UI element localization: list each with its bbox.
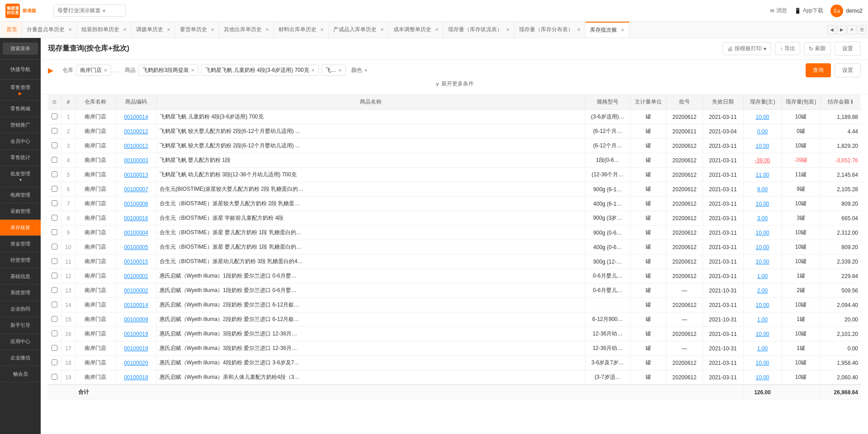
settings-btn[interactable]: 设置 xyxy=(835,63,861,77)
sidebar-item-operations[interactable]: 经营管理 xyxy=(0,252,41,269)
tab-split[interactable]: 分量盘点单历史 ✕ xyxy=(22,22,77,38)
td-stock-main[interactable]: 10.00 xyxy=(743,226,782,240)
td-code[interactable]: 00100003 xyxy=(116,153,156,168)
tab-stock-dist[interactable]: 现存量（库存分布表） ✕ xyxy=(514,22,585,38)
td-checkbox[interactable] xyxy=(48,124,61,139)
td-stock-main[interactable]: 11.00 xyxy=(743,168,782,182)
row-checkbox[interactable] xyxy=(52,330,57,336)
td-stock-main[interactable]: 10.00 xyxy=(743,327,782,341)
td-checkbox[interactable] xyxy=(48,255,61,269)
sidebar-item-cooperation[interactable]: 企业协同 xyxy=(0,301,41,317)
expand-conditions-button[interactable]: ∨ 展开更多条件 xyxy=(435,80,474,88)
td-checkbox[interactable] xyxy=(48,298,61,312)
td-code[interactable]: 00100014 xyxy=(116,110,156,124)
td-code[interactable]: 00100016 xyxy=(116,211,156,226)
sidebar-item-app-center[interactable]: 应用中心 xyxy=(0,334,41,350)
row-checkbox[interactable] xyxy=(52,316,57,322)
tab-product-in[interactable]: 产成品入库单历史 ✕ xyxy=(329,22,389,38)
row-checkbox[interactable] xyxy=(52,273,57,278)
tab-close-icon[interactable]: ✕ xyxy=(380,27,384,32)
td-checkbox[interactable] xyxy=(48,110,61,124)
td-code[interactable]: 00100014 xyxy=(116,298,156,312)
sidebar-item-basic[interactable]: 基础信息 xyxy=(0,269,41,285)
row-checkbox[interactable] xyxy=(52,171,57,177)
td-code[interactable]: 00100019 xyxy=(116,327,156,341)
sidebar-item-retail-shop[interactable]: 零售商城 xyxy=(0,101,41,117)
td-checkbox[interactable] xyxy=(48,269,61,283)
tab-close-icon[interactable]: ✕ xyxy=(123,27,127,32)
row-checkbox[interactable] xyxy=(52,302,57,307)
td-stock-main[interactable]: 10.00 xyxy=(743,110,782,124)
tag-close-icon[interactable]: ✕ xyxy=(338,68,342,73)
td-checkbox[interactable] xyxy=(48,226,61,240)
td-stock-main[interactable]: 1.00 xyxy=(743,312,782,327)
sidebar-item-purchase[interactable]: 采购管理 xyxy=(0,203,41,220)
tab-borrow[interactable]: 要货单历史 ✕ xyxy=(175,22,219,38)
td-checkbox[interactable] xyxy=(48,153,61,168)
td-stock-main[interactable]: 9.00 xyxy=(743,182,782,197)
tab-stock-status[interactable]: 现存量（库存状况表） ✕ xyxy=(443,22,514,38)
sidebar-item-finance[interactable]: 资金管理 xyxy=(0,236,41,252)
td-checkbox[interactable] xyxy=(48,168,61,182)
td-code[interactable]: 00100007 xyxy=(116,182,156,197)
td-checkbox[interactable] xyxy=(48,341,61,356)
sidebar-item-retail[interactable]: 零售管理 ▶ xyxy=(0,80,41,101)
sidebar-item-enterprise-wechat[interactable]: 企业微信 xyxy=(0,350,41,366)
td-code[interactable]: 00100009 xyxy=(116,312,156,327)
td-code[interactable]: 00100012 xyxy=(116,124,156,139)
th-settings[interactable]: ⚙ xyxy=(48,94,61,110)
search-menu-button[interactable]: 搜索菜单 xyxy=(3,42,38,55)
td-checkbox[interactable] xyxy=(48,327,61,341)
quick-nav-button[interactable]: 快捷导航 xyxy=(3,63,38,75)
sidebar-item-marketing[interactable]: 营销推广 xyxy=(0,117,41,133)
row-checkbox[interactable] xyxy=(52,186,57,192)
td-stock-main[interactable]: 0.00 xyxy=(743,124,782,139)
td-checkbox[interactable] xyxy=(48,182,61,197)
tab-material-out[interactable]: 材料出库单历史 ✕ xyxy=(274,22,329,38)
tab-mix[interactable]: 调拨单历史 ✕ xyxy=(132,22,175,38)
sidebar-item-inventory[interactable]: 库存核算 xyxy=(0,220,41,236)
td-code[interactable]: 00100002 xyxy=(116,269,156,283)
td-code[interactable]: 00100020 xyxy=(116,356,156,370)
tab-close-icon[interactable]: ✕ xyxy=(167,27,170,32)
row-checkbox[interactable] xyxy=(52,200,57,206)
row-checkbox[interactable] xyxy=(52,345,57,351)
tag-close-icon[interactable]: ✕ xyxy=(104,68,107,73)
td-code[interactable]: 00100018 xyxy=(116,370,156,385)
td-code[interactable]: 00100015 xyxy=(116,255,156,269)
sidebar-item-ecommerce[interactable]: 电商管理 xyxy=(0,187,41,203)
td-stock-main[interactable]: 10.00 xyxy=(743,139,782,153)
td-stock-main[interactable]: 10.00 xyxy=(743,298,782,312)
td-code[interactable]: 00100005 xyxy=(116,240,156,255)
td-stock-main[interactable]: 1.00 xyxy=(743,269,782,283)
row-checkbox[interactable] xyxy=(52,229,57,235)
td-checkbox[interactable] xyxy=(48,356,61,370)
sidebar-item-member-card[interactable]: 畅会员 xyxy=(0,366,41,382)
sidebar-item-wholesale[interactable]: 批发管理 ▾ xyxy=(0,166,41,187)
td-stock-main[interactable]: 10.00 xyxy=(743,255,782,269)
td-checkbox[interactable] xyxy=(48,139,61,153)
app-download-button[interactable]: 📱 App下载 xyxy=(794,7,823,14)
chevron-down-icon[interactable]: ▾ xyxy=(365,68,367,73)
td-stock-main[interactable]: 10.00 xyxy=(743,356,782,370)
tag-close-icon[interactable]: ✕ xyxy=(191,68,194,73)
td-stock-main[interactable]: 1.00 xyxy=(743,341,782,356)
tab-close-icon[interactable]: ✕ xyxy=(435,27,439,32)
product-tag2[interactable]: 飞鹤星飞帆 儿童奶粉 4段(3-6岁适用) 700克 ✕ xyxy=(201,65,319,76)
filter-expand-icon[interactable]: ▶ xyxy=(48,66,53,75)
tab-close-icon[interactable]: ✕ xyxy=(577,27,580,32)
td-checkbox[interactable] xyxy=(48,240,61,255)
td-stock-main[interactable]: 10.00 xyxy=(743,240,782,255)
td-code[interactable]: 00100019 xyxy=(116,341,156,356)
message-button[interactable]: ✉ 消息 xyxy=(770,7,787,14)
tab-other-out[interactable]: 其他出库单历史 ✕ xyxy=(219,22,274,38)
td-code[interactable]: 00100013 xyxy=(116,168,156,182)
refresh-button[interactable]: ↻ 刷新 xyxy=(804,42,831,55)
td-stock-main[interactable]: 2.00 xyxy=(743,283,782,298)
td-checkbox[interactable] xyxy=(48,370,61,385)
td-checkbox[interactable] xyxy=(48,283,61,298)
row-checkbox[interactable] xyxy=(52,113,57,119)
row-checkbox[interactable] xyxy=(52,128,57,134)
td-checkbox[interactable] xyxy=(48,197,61,211)
tag-close-icon[interactable]: ✕ xyxy=(311,68,315,73)
